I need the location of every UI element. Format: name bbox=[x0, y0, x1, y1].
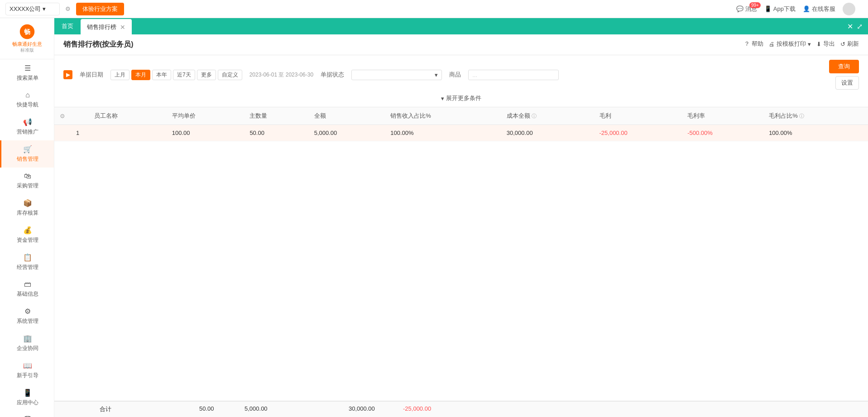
cell-qty: 50.00 bbox=[244, 125, 308, 141]
footer-avg-price-spacer bbox=[149, 405, 194, 413]
sidebar-icon-guide: 📖 bbox=[23, 361, 32, 370]
sidebar-label-search: 搜索菜单 bbox=[17, 74, 38, 82]
gross-pct-info-icon[interactable]: ⓘ bbox=[799, 113, 804, 119]
expand-row: ▾ 展开更多条件 bbox=[63, 91, 859, 102]
print-icon: 🖨 bbox=[769, 41, 775, 48]
sidebar-item-inventory[interactable]: 📦 库存核算 bbox=[0, 194, 54, 221]
tab-close-icon[interactable]: ✕ bbox=[120, 24, 125, 31]
sidebar-items-container: ☰ 搜索菜单 ⌂ 快捷导航 📢 营销推广 🛒 销售管理 🛍 采购管理 📦 库存核… bbox=[0, 59, 54, 417]
sidebar-item-appstore[interactable]: 📱 应用中心 bbox=[0, 384, 54, 411]
sidebar-label-quick-nav: 快捷导航 bbox=[17, 101, 38, 109]
page-title: 销售排行榜(按业务员) bbox=[63, 40, 134, 55]
table-footer: 合计 50.00 5,000.00 30,000.00 -25,000.00 bbox=[54, 401, 868, 417]
sidebar-item-sales[interactable]: 🛒 销售管理 bbox=[0, 140, 54, 168]
sidebar-icon-basic: 🗃 bbox=[24, 280, 31, 288]
footer-gross: -25,000.00 bbox=[398, 405, 443, 413]
app-download-button[interactable]: 📱 App下载 bbox=[764, 5, 796, 13]
sidebar-item-marketing[interactable]: 📢 营销推广 bbox=[0, 113, 54, 140]
page-header: 销售排行榜(按业务员) ？ 帮助 🖨 按模板打印 ▾ ⬇ 导出 bbox=[54, 34, 868, 55]
sidebar-label-marketing: 营销推广 bbox=[17, 128, 38, 136]
cell-amount: 5,000.00 bbox=[309, 125, 385, 141]
maximize-icon[interactable]: ⤢ bbox=[857, 22, 863, 31]
expand-button[interactable]: ▾ 展开更多条件 bbox=[441, 94, 481, 102]
date-btn-custom[interactable]: 自定义 bbox=[218, 70, 242, 80]
sidebar-icon-marketing: 📢 bbox=[23, 118, 32, 126]
th-gross-rate: 毛利率 bbox=[682, 107, 763, 125]
th-name: 员工名称 bbox=[89, 107, 167, 125]
filter-toggle-icon[interactable]: ▶ bbox=[63, 70, 72, 79]
sidebar-icon-appstore: 📱 bbox=[23, 388, 32, 397]
cell-rank: 1 bbox=[71, 125, 89, 141]
tab-label: 销售排行榜 bbox=[87, 23, 116, 31]
sidebar-item-wechat[interactable]: 💬 企业微信 bbox=[0, 411, 54, 417]
sidebar-item-system[interactable]: ⚙ 系统管理 bbox=[0, 302, 54, 330]
footer-spacer-1 bbox=[60, 405, 76, 413]
query-button[interactable]: 查询 bbox=[829, 60, 859, 73]
company-selector[interactable]: XXXXX公司 ▾ bbox=[5, 3, 60, 15]
message-button[interactable]: 💬 消息 99+ bbox=[736, 5, 757, 13]
footer-spacer-2 bbox=[76, 405, 94, 413]
footer-cells: 合计 50.00 5,000.00 30,000.00 -25,000.00 bbox=[60, 405, 863, 413]
date-btn-current-month[interactable]: 本月 bbox=[131, 70, 150, 80]
online-service-button[interactable]: 👤 在线客服 bbox=[803, 5, 835, 13]
sidebar-icon-finance: 💰 bbox=[23, 226, 32, 235]
sidebar-item-search[interactable]: ☰ 搜索菜单 bbox=[0, 59, 54, 86]
main-layout: 畅 畅康通好生意 标准版 ☰ 搜索菜单 ⌂ 快捷导航 📢 营销推广 🛒 销售管理… bbox=[0, 18, 868, 417]
sidebar-icon-purchase: 🛍 bbox=[24, 172, 31, 180]
tab-home[interactable]: 首页 bbox=[54, 18, 81, 34]
date-filter-group: 上月 本月 本年 近7天 更多 自定义 bbox=[110, 70, 242, 80]
print-button[interactable]: 🖨 按模板打印 ▾ bbox=[769, 40, 811, 48]
settings-col-icon[interactable]: ⚙ bbox=[60, 113, 65, 120]
export-button[interactable]: ⬇ 导出 bbox=[816, 40, 835, 48]
date-btn-last-month[interactable]: 上月 bbox=[110, 70, 129, 80]
page-content: 销售排行榜(按业务员) ？ 帮助 🖨 按模板打印 ▾ ⬇ 导出 bbox=[54, 34, 868, 417]
svg-text:畅: 畅 bbox=[24, 28, 30, 35]
close-window-icon[interactable]: ✕ bbox=[847, 22, 853, 31]
top-right-area: 💬 消息 99+ 📱 App下载 👤 在线客服 bbox=[736, 3, 863, 15]
filter-bar: ▶ 单据日期 上月 本月 本年 近7天 更多 自定义 2023-06-01 至 … bbox=[54, 55, 868, 107]
sidebar: 畅 畅康通好生意 标准版 ☰ 搜索菜单 ⌂ 快捷导航 📢 营销推广 🛒 销售管理… bbox=[0, 18, 54, 417]
cell-settings bbox=[54, 125, 71, 141]
th-settings[interactable]: ⚙ bbox=[54, 107, 71, 125]
footer-qty: 50.00 bbox=[194, 405, 239, 413]
sidebar-item-guide[interactable]: 📖 新手引导 bbox=[0, 357, 54, 384]
sidebar-label-purchase: 采购管理 bbox=[17, 182, 38, 190]
table-area: ⚙ 员工名称 平均单价 主数量 全额 销售收入占比% 成本全额 ⓘ 毛利 毛利率… bbox=[54, 107, 868, 401]
avatar[interactable] bbox=[843, 3, 855, 15]
sidebar-icon-sales: 🛒 bbox=[23, 145, 32, 153]
chevron-down-icon: ▾ bbox=[441, 95, 444, 102]
sidebar-item-finance[interactable]: 💰 资金管理 bbox=[0, 221, 54, 249]
help-button[interactable]: ？ 帮助 bbox=[744, 40, 763, 48]
sidebar-item-operation[interactable]: 📋 经营管理 bbox=[0, 249, 54, 276]
page-header-actions: ？ 帮助 🖨 按模板打印 ▾ ⬇ 导出 ↺ 刷新 bbox=[744, 40, 859, 53]
date-btn-7days[interactable]: 近7天 bbox=[173, 70, 195, 80]
sidebar-label-finance: 资金管理 bbox=[17, 236, 38, 244]
trial-button[interactable]: 体验行业方案 bbox=[76, 3, 124, 15]
date-btn-year[interactable]: 本年 bbox=[152, 70, 171, 80]
cost-info-icon[interactable]: ⓘ bbox=[532, 113, 537, 119]
sidebar-label-inventory: 库存核算 bbox=[17, 209, 38, 217]
sidebar-item-quick-nav[interactable]: ⌂ 快捷导航 bbox=[0, 86, 54, 113]
cell-sales-pct: 100.00% bbox=[385, 125, 501, 141]
goods-input[interactable]: ... bbox=[468, 70, 559, 80]
th-rank bbox=[71, 107, 89, 125]
cell-gross-pct: 100.00% bbox=[763, 125, 868, 141]
sidebar-logo: 畅 畅康通好生意 标准版 bbox=[0, 18, 54, 59]
settings-button[interactable]: 设置 bbox=[835, 76, 859, 90]
export-icon: ⬇ bbox=[816, 41, 821, 48]
tab-sales-ranking[interactable]: 销售排行榜 ✕ bbox=[81, 19, 132, 35]
sidebar-icon-operation: 📋 bbox=[23, 253, 32, 262]
status-chevron-icon: ▾ bbox=[435, 72, 438, 78]
date-btn-more[interactable]: 更多 bbox=[197, 70, 216, 80]
sidebar-icon-search: ☰ bbox=[24, 64, 31, 72]
sidebar-item-basic[interactable]: 🗃 基础信息 bbox=[0, 276, 54, 302]
tab-bar: 首页 销售排行榜 ✕ ✕ ⤢ bbox=[54, 18, 868, 34]
status-select[interactable]: ▾ bbox=[351, 70, 442, 80]
th-qty: 主数量 bbox=[244, 107, 308, 125]
refresh-button[interactable]: ↺ 刷新 bbox=[840, 40, 859, 48]
sidebar-item-purchase[interactable]: 🛍 采购管理 bbox=[0, 168, 54, 194]
sidebar-item-enterprise[interactable]: 🏢 企业协同 bbox=[0, 330, 54, 357]
settings-icon[interactable]: ⚙ bbox=[63, 4, 72, 14]
goods-placeholder: ... bbox=[472, 72, 555, 78]
refresh-icon: ↺ bbox=[840, 41, 845, 48]
